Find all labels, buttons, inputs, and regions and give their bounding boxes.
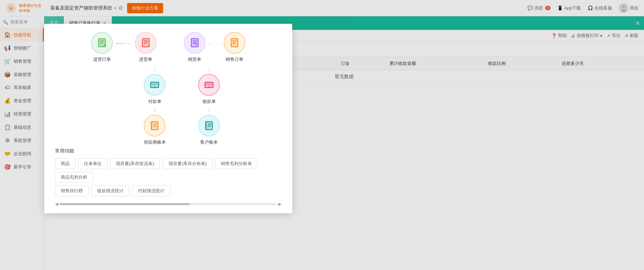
flow-node-sales-bill: 销货单	[184, 32, 206, 62]
flow-col-payment: ↓ 供应商账本	[141, 106, 168, 145]
svg-rect-36	[151, 122, 153, 130]
svg-rect-28	[151, 84, 159, 85]
flow-circle-supplier-ledger	[144, 115, 166, 137]
scroll-left-icon[interactable]: ◀	[55, 202, 58, 206]
flow-col-purchase-bill: ↓ ¥ 付款单	[141, 65, 168, 105]
func-btn-product[interactable]: 商品	[55, 158, 75, 169]
flow-label-receipt: 收款单	[203, 98, 216, 105]
flow-label-purchase-bill: 进货单	[139, 56, 152, 62]
flow-row-1: 进货订单 ──→ 进货单	[91, 32, 245, 62]
func-btn-sales-ranking[interactable]: 销售排行榜	[55, 185, 89, 196]
svg-text:¥: ¥	[154, 85, 155, 88]
func-btn-stock-distribution[interactable]: 现存量(库存分布表)	[163, 158, 213, 169]
flow-label-supplier-ledger: 供应商账本	[144, 139, 166, 145]
flow-row-ledgers: ↓ 供应商账本 ↓	[55, 106, 281, 145]
flow-circle-sales-bill	[184, 32, 206, 54]
func-btn-product-margin[interactable]: 商品毛利分析	[55, 172, 93, 183]
flow-label-sales-bill: 销货单	[188, 56, 201, 62]
flow-label-purchase-order: 进货订单	[93, 56, 111, 62]
flow-circle-customer-ledger	[198, 115, 220, 137]
arrow-right-1: ──→	[116, 39, 132, 55]
flow-row-arrows: ↓ ¥ 付款单 ↓	[55, 65, 281, 105]
func-btn-sales-margin[interactable]: 销售毛利分析表	[215, 158, 258, 169]
flow-col-sales-bill: ↓ ¥ 收款单	[195, 65, 223, 105]
flow-node-supplier-ledger: 供应商账本	[144, 115, 166, 145]
svg-rect-15	[191, 39, 198, 47]
flow-diagram: 进货订单 ──→ 进货单	[55, 32, 281, 145]
svg-rect-42	[206, 122, 207, 130]
arrow-left-dashed: ←- - -	[207, 41, 222, 54]
flow-node-customer-ledger: 客户账本	[198, 115, 220, 145]
flow-label-customer-ledger: 客户账本	[200, 139, 218, 145]
flow-node-receipt: ¥ 收款单	[198, 74, 220, 105]
flow-node-purchase-bill: 进货单	[135, 32, 157, 62]
func-btn-stock-status[interactable]: 现存量(库存状况表)	[110, 158, 160, 169]
scrollbar-track[interactable]	[59, 203, 277, 205]
flow-col-receipt: ↓ 客户账本	[195, 106, 223, 145]
flow-label-sales-order: 销售订单	[226, 56, 243, 62]
arrow-down-receipt: ↓	[208, 107, 210, 113]
func-btn-payment-stats[interactable]: 付款情况统计	[132, 185, 170, 196]
common-functions-title: 常用功能	[55, 148, 281, 154]
scroll-right-icon[interactable]: ▶	[278, 202, 281, 206]
flow-circle-purchase-bill	[135, 32, 157, 54]
svg-rect-10	[142, 39, 149, 47]
scrollbar-thumb	[59, 203, 190, 205]
svg-point-20	[195, 43, 197, 46]
arrow-down-purchase: ↓	[153, 66, 156, 72]
modal-scrollbar: ◀ ▶	[55, 199, 281, 206]
flow-circle-payment: ¥	[144, 74, 166, 96]
svg-text:¥: ¥	[208, 85, 210, 88]
app-container: U 畅康通好生意 标准版 装备及固定资产辅助管理系统 ▾ ⚙ 体验行业方案 💬 …	[0, 0, 644, 270]
modal-overlay: 进货订单 ──→ 进货单	[0, 0, 644, 270]
func-btns-row2: 销售排行榜 收款情况统计 付款情况统计	[55, 185, 281, 196]
flow-label-payment: 付款单	[148, 98, 161, 105]
svg-rect-21	[231, 39, 238, 47]
flow-node-purchase-order: 进货订单	[91, 32, 113, 62]
arrow-down-payment: ↓	[153, 107, 156, 113]
svg-rect-32	[205, 84, 213, 85]
flow-node-payment: ¥ 付款单	[144, 74, 166, 105]
flow-circle-sales-order	[224, 32, 245, 54]
flow-circle-purchase-order	[91, 32, 113, 54]
arrow-down-sales: ↓	[208, 66, 210, 72]
func-btn-receipt-stats[interactable]: 收款情况统计	[91, 185, 129, 196]
flow-circle-receipt: ¥	[198, 74, 220, 96]
flow-node-sales-order: 销售订单	[224, 32, 245, 62]
common-functions: 常用功能 商品 往来单位 现存量(库存状况表) 现存量(库存分布表) 销售毛利分…	[55, 148, 281, 196]
func-btn-parties[interactable]: 往来单位	[78, 158, 107, 169]
modal-box: 进货订单 ──→ 进货单	[44, 24, 292, 213]
func-btns-row1: 商品 往来单位 现存量(库存状况表) 现存量(库存分布表) 销售毛利分析表 商品…	[55, 158, 281, 183]
